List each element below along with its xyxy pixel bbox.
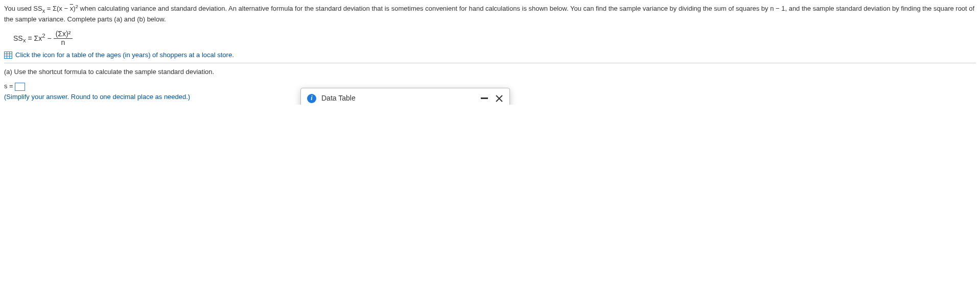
section-divider bbox=[4, 63, 976, 63]
minimize-icon[interactable] bbox=[481, 97, 488, 99]
problem-intro: You used SSx = Σ(x − x)2 when calculatin… bbox=[4, 3, 976, 24]
formula-numerator: (Σx)² bbox=[54, 30, 73, 38]
part-a-prompt: (a) Use the shortcut formula to calculat… bbox=[4, 67, 976, 77]
close-icon[interactable] bbox=[495, 94, 503, 103]
svg-rect-0 bbox=[5, 52, 12, 59]
data-table-modal: i Data Table Shoppers' Ages 181720192016… bbox=[300, 88, 510, 105]
info-icon: i bbox=[307, 94, 316, 103]
data-table-link[interactable]: Click the icon for a table of the ages (… bbox=[4, 51, 976, 60]
shortcut-formula: SSx = Σx2 − (Σx)² n bbox=[13, 30, 976, 46]
formula-denominator: n bbox=[59, 39, 67, 46]
answer-input[interactable] bbox=[15, 83, 25, 91]
s-label: s = bbox=[4, 82, 13, 91]
table-icon bbox=[4, 52, 12, 59]
data-table-link-text: Click the icon for a table of the ages (… bbox=[15, 51, 234, 60]
modal-title: Data Table bbox=[321, 93, 476, 104]
